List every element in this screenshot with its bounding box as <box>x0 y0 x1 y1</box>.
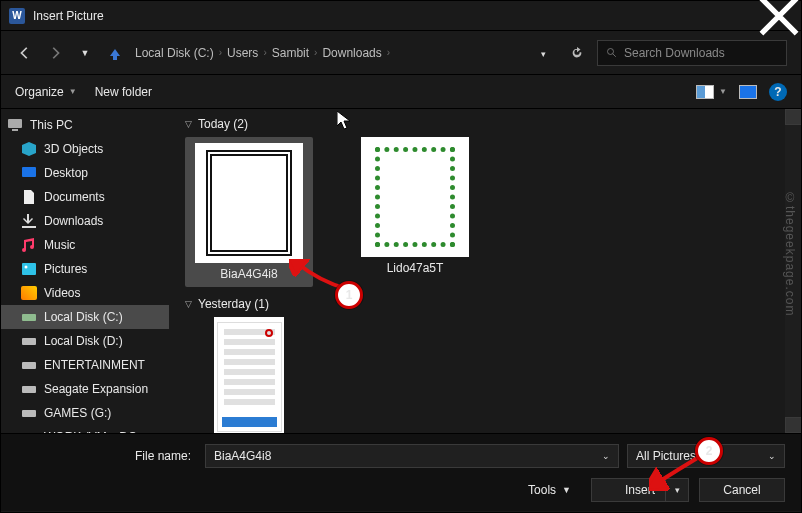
svg-rect-3 <box>22 167 36 177</box>
pictures-icon <box>21 262 37 276</box>
word-app-icon: W <box>9 8 25 24</box>
svg-rect-8 <box>22 362 36 369</box>
filename-input[interactable]: BiaA4G4i8 ⌄ <box>205 444 619 468</box>
svg-point-0 <box>608 48 614 54</box>
desktop-icon <box>21 166 37 180</box>
downloads-icon <box>21 214 37 228</box>
tree-item-3d-objects[interactable]: 3D Objects <box>1 137 169 161</box>
view-options: ▼ ? <box>696 83 787 101</box>
chevron-right-icon: › <box>387 47 390 58</box>
thumbnail <box>195 143 303 263</box>
crumb-0[interactable]: Local Disk (C:) <box>135 46 214 60</box>
new-folder-button[interactable]: New folder <box>95 85 152 99</box>
svg-rect-9 <box>22 386 36 393</box>
chevron-right-icon: › <box>263 47 266 58</box>
tree-item-documents[interactable]: Documents <box>1 185 169 209</box>
tree-item-downloads[interactable]: Downloads <box>1 209 169 233</box>
search-box[interactable]: Search Downloads <box>597 40 787 66</box>
group-header-yesterday[interactable]: ▽ Yesterday (1) <box>185 297 789 311</box>
chevron-right-icon: › <box>314 47 317 58</box>
crumb-1[interactable]: Users <box>227 46 258 60</box>
drive-icon <box>21 310 37 324</box>
scroll-down-button[interactable] <box>785 417 801 433</box>
crumb-2[interactable]: Sambit <box>272 46 309 60</box>
chevron-down-icon: ⌄ <box>768 451 776 461</box>
tree-item-pictures[interactable]: Pictures <box>1 257 169 281</box>
scroll-up-button[interactable] <box>785 109 801 125</box>
videos-icon <box>21 286 37 300</box>
callout-2: 2 <box>695 437 723 465</box>
svg-rect-2 <box>12 129 18 131</box>
documents-icon <box>21 190 37 204</box>
thumbnail <box>214 317 284 433</box>
tree-item-videos[interactable]: Videos <box>1 281 169 305</box>
svg-rect-4 <box>22 263 36 275</box>
dialog-body: This PC 3D Objects Desktop Documents Dow… <box>1 109 801 433</box>
svg-point-5 <box>25 266 28 269</box>
title-bar: W Insert Picture <box>1 1 801 31</box>
window-title: Insert Picture <box>33 9 757 23</box>
nav-bar: ▼ Local Disk (C:)› Users› Sambit› Downlo… <box>1 31 801 75</box>
drive-icon <box>21 334 37 348</box>
tree-item-desktop[interactable]: Desktop <box>1 161 169 185</box>
tree-item-local-disk-d[interactable]: Local Disk (D:) <box>1 329 169 353</box>
chevron-down-icon: ⌄ <box>602 451 610 461</box>
svg-rect-10 <box>22 410 36 417</box>
insert-picture-dialog: W Insert Picture ▼ Local Disk (C:)› User… <box>0 0 802 513</box>
recent-locations-button[interactable]: ▼ <box>75 43 95 63</box>
file-item[interactable]: regedit-min <box>185 317 313 433</box>
view-icon <box>696 85 714 99</box>
drive-icon <box>21 382 37 396</box>
tree-this-pc[interactable]: This PC <box>1 113 169 137</box>
svg-rect-1 <box>8 119 22 128</box>
watermark: ©thegeekpage.com <box>783 191 797 316</box>
callout-1: 1 <box>335 281 363 309</box>
organize-button[interactable]: Organize▼ <box>15 85 77 99</box>
this-pc-icon <box>7 118 23 132</box>
refresh-button[interactable] <box>567 43 587 63</box>
svg-rect-7 <box>22 338 36 345</box>
address-bar[interactable]: Local Disk (C:)› Users› Sambit› Download… <box>135 46 531 60</box>
navigation-tree[interactable]: This PC 3D Objects Desktop Documents Dow… <box>1 109 169 433</box>
tree-item-local-disk-c[interactable]: Local Disk (C:) <box>1 305 169 329</box>
tree-item-games[interactable]: GAMES (G:) <box>1 401 169 425</box>
music-icon <box>21 238 37 252</box>
preview-pane-button[interactable] <box>739 85 757 99</box>
crumb-3[interactable]: Downloads <box>322 46 381 60</box>
chevron-down-icon: ▽ <box>185 119 192 129</box>
file-item[interactable]: Lido47a5T <box>351 137 479 287</box>
tree-item-music[interactable]: Music <box>1 233 169 257</box>
mouse-cursor <box>337 111 351 131</box>
back-button[interactable] <box>15 43 35 63</box>
items-view[interactable]: ▽ Today (2) BiaA4G4i8 Lido47a5T ▽ Yester <box>169 109 801 433</box>
tools-menu[interactable]: Tools▼ <box>528 483 571 497</box>
search-placeholder: Search Downloads <box>624 46 725 60</box>
tree-item-entertainment[interactable]: ENTERTAINMENT <box>1 353 169 377</box>
drive-icon <box>21 406 37 420</box>
forward-button[interactable] <box>45 43 65 63</box>
tree-item-seagate[interactable]: Seagate Expansion <box>1 377 169 401</box>
up-button[interactable] <box>105 43 125 63</box>
change-view-button[interactable]: ▼ <box>696 85 727 99</box>
thumbnail <box>361 137 469 257</box>
help-button[interactable]: ? <box>769 83 787 101</box>
svg-rect-6 <box>22 314 36 321</box>
close-button[interactable] <box>757 1 801 31</box>
chevron-right-icon: › <box>219 47 222 58</box>
group-header-today[interactable]: ▽ Today (2) <box>185 117 789 131</box>
cube-icon <box>21 142 37 156</box>
tree-item-work[interactable]: WORK (VMs, DO… <box>1 425 169 433</box>
cancel-button[interactable]: Cancel <box>699 478 785 502</box>
address-dropdown[interactable]: ▾ <box>541 46 557 60</box>
search-icon <box>606 47 618 59</box>
command-bar: Organize▼ New folder ▼ ? <box>1 75 801 109</box>
filename-label: File name: <box>17 449 197 463</box>
drive-icon <box>21 358 37 372</box>
chevron-down-icon: ▽ <box>185 299 192 309</box>
